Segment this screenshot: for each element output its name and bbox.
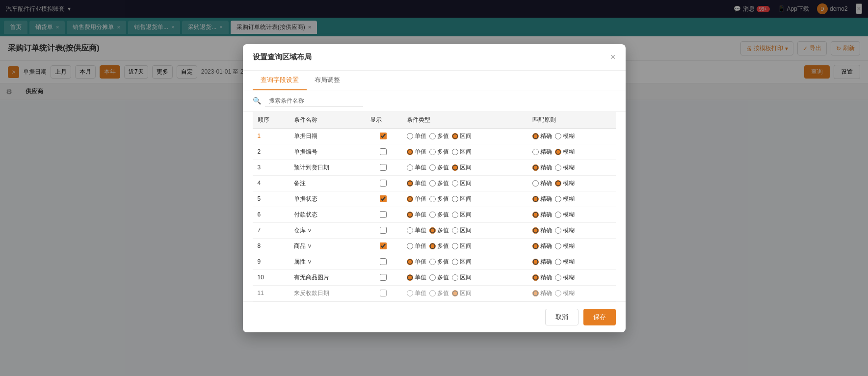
settings-modal: 设置查询区域布局 × 查询字段设置 布局调整 🔍 顺序 条件名称 (243, 44, 626, 101)
modal-tab-bar: 查询字段设置 布局调整 (243, 71, 626, 90)
modal-title: 设置查询区域布局 (253, 53, 312, 62)
modal-header: 设置查询区域布局 × (243, 44, 626, 71)
modal-search-area: 🔍 (243, 90, 626, 101)
tab-field-settings-label: 查询字段设置 (261, 76, 299, 83)
modal-overlay: 设置查询区域布局 × 查询字段设置 布局调整 🔍 顺序 条件名称 (0, 0, 868, 100)
search-icon: 🔍 (253, 97, 261, 100)
tab-layout-adjust[interactable]: 布局调整 (307, 71, 348, 90)
modal-close-button[interactable]: × (610, 52, 616, 62)
tab-layout-adjust-label: 布局调整 (315, 76, 340, 83)
tab-field-settings[interactable]: 查询字段设置 (253, 71, 307, 90)
search-input[interactable] (265, 95, 363, 101)
